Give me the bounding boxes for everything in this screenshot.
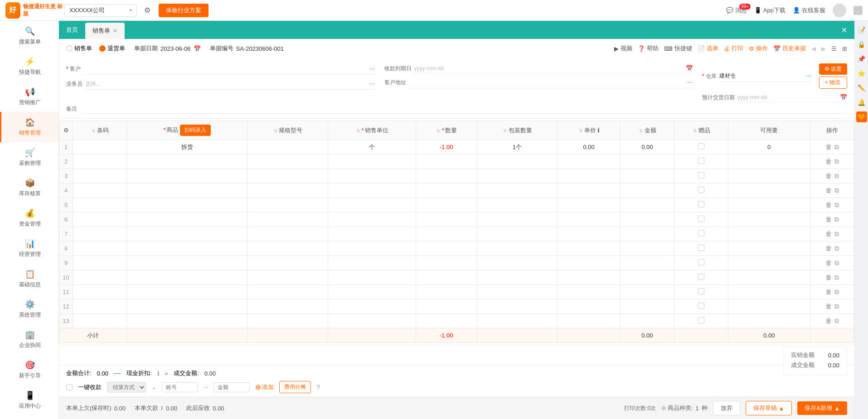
row-qty-5[interactable] <box>416 198 477 212</box>
row-barcode-6[interactable] <box>73 212 127 227</box>
row-delete-icon-9[interactable]: 🗑 <box>825 259 832 267</box>
content-close-button[interactable]: ✕ <box>834 21 854 39</box>
account-dots-btn[interactable]: ··· <box>204 384 208 390</box>
row-spec-11[interactable] <box>247 285 328 299</box>
sidebar-item-sales[interactable]: 🏠 销售管理 <box>0 112 58 142</box>
row-gift-12[interactable] <box>674 299 728 314</box>
row-unit-price-12[interactable] <box>558 299 620 314</box>
row-barcode-2[interactable] <box>73 154 127 169</box>
row-pkg-qty-12[interactable] <box>477 299 558 314</box>
row-copy-icon-12[interactable]: ⧉ <box>834 303 839 310</box>
tab-close-icon[interactable]: ✕ <box>113 28 117 34</box>
row-spec-4[interactable] <box>247 183 328 198</box>
row-qty-8[interactable] <box>416 241 477 256</box>
row-barcode-13[interactable] <box>73 314 127 328</box>
row-barcode-7[interactable] <box>73 227 127 241</box>
row-unit-8[interactable] <box>328 241 416 256</box>
discount-help-icon[interactable]: ℹ <box>157 370 160 377</box>
row-delete-icon-2[interactable]: 🗑 <box>825 158 832 165</box>
warehouse-input[interactable] <box>719 73 805 79</box>
sidebar-item-guide[interactable]: 🎯 新手引导 <box>0 355 58 385</box>
row-unit-price-2[interactable] <box>558 154 620 169</box>
row-product-2[interactable] <box>126 154 247 169</box>
row-unit-price-6[interactable] <box>558 212 620 227</box>
row-qty-7[interactable] <box>416 227 477 241</box>
right-sidebar-icon-1[interactable]: 📝 <box>856 24 867 35</box>
row-barcode-1[interactable] <box>73 140 127 154</box>
row-barcode-9[interactable] <box>73 256 127 270</box>
sidebar-item-inventory[interactable]: 📦 库存核算 <box>0 173 58 203</box>
row-unit-price-4[interactable] <box>558 183 620 198</box>
row-product-12[interactable] <box>126 299 247 314</box>
row-amount-3[interactable] <box>620 169 674 183</box>
due-date-calendar-icon[interactable]: 📅 <box>686 65 693 72</box>
row-spec-3[interactable] <box>247 169 328 183</box>
row-product-4[interactable] <box>126 183 247 198</box>
customer-address-dots-btn[interactable]: ··· <box>687 78 693 87</box>
action-help[interactable]: ❓ 帮助 <box>638 44 659 53</box>
row-copy-icon-7[interactable]: ⧉ <box>834 230 839 238</box>
row-gift-2[interactable] <box>674 154 728 169</box>
row-qty-6[interactable] <box>416 212 477 227</box>
row-qty-2[interactable] <box>416 154 477 169</box>
row-delete-icon-13[interactable]: 🗑 <box>825 317 832 325</box>
row-unit-3[interactable] <box>328 169 416 183</box>
row-unit-4[interactable] <box>328 183 416 198</box>
row-pkg-qty-7[interactable] <box>477 227 558 241</box>
row-unit-11[interactable] <box>328 285 416 299</box>
row-unit-7[interactable] <box>328 227 416 241</box>
row-qty-3[interactable] <box>416 169 477 183</box>
row-copy-icon-10[interactable]: ⧉ <box>834 274 839 281</box>
row-delete-icon-3[interactable]: 🗑 <box>825 172 832 180</box>
row-unit-price-11[interactable] <box>558 285 620 299</box>
row-copy-icon-11[interactable]: ⧉ <box>834 288 839 296</box>
row-gift-8[interactable] <box>674 241 728 256</box>
right-sidebar-icon-4[interactable]: ⭐ <box>856 68 867 79</box>
settlement-method-select[interactable]: 结算方式 <box>107 382 146 393</box>
grid-view-icon[interactable]: ⊞ <box>842 45 847 52</box>
row-gift-7[interactable] <box>674 227 728 241</box>
message-button[interactable]: 💬 消息 99+ <box>726 6 747 14</box>
trial-button[interactable]: 体验行业方案 <box>159 4 209 17</box>
row-spec-8[interactable] <box>247 241 328 256</box>
row-amount-7[interactable] <box>620 227 674 241</box>
row-spec-9[interactable] <box>247 256 328 270</box>
expense-split-button[interactable]: 费用分摊 <box>279 381 311 393</box>
row-product-11[interactable] <box>126 285 247 299</box>
row-qty-12[interactable] <box>416 299 477 314</box>
right-sidebar-icon-5[interactable]: ✏️ <box>856 82 867 93</box>
row-pkg-qty-1[interactable]: 1个 <box>477 140 558 154</box>
customer-input[interactable] <box>83 66 369 72</box>
row-amount-2[interactable] <box>620 154 674 169</box>
row-copy-icon-5[interactable]: ⧉ <box>834 201 839 209</box>
estimated-date-input[interactable] <box>737 94 840 101</box>
row-pkg-qty-4[interactable] <box>477 183 558 198</box>
row-unit-price-13[interactable] <box>558 314 620 328</box>
row-gift-4[interactable] <box>674 183 728 198</box>
row-delete-icon-6[interactable]: 🗑 <box>825 216 832 223</box>
row-unit-price-9[interactable] <box>558 256 620 270</box>
right-sidebar-icon-2[interactable]: 🔒 <box>856 39 867 50</box>
row-spec-5[interactable] <box>247 198 328 212</box>
company-selector[interactable]: XXXXXX公司 ▾ <box>64 4 137 17</box>
row-unit-price-7[interactable] <box>558 227 620 241</box>
row-pkg-qty-9[interactable] <box>477 256 558 270</box>
row-spec-6[interactable] <box>247 212 328 227</box>
row-pkg-qty-6[interactable] <box>477 212 558 227</box>
row-delete-icon-4[interactable]: 🗑 <box>825 187 832 194</box>
row-gift-1[interactable] <box>674 140 728 154</box>
sidebar-item-operations[interactable]: 📊 经营管理 <box>0 233 58 264</box>
row-pkg-qty-2[interactable] <box>477 154 558 169</box>
avatar-extra[interactable] <box>853 6 863 15</box>
salesperson-input[interactable] <box>85 81 369 87</box>
row-qty-11[interactable] <box>416 285 477 299</box>
sidebar-item-purchase[interactable]: 🛒 采购管理 <box>0 142 58 173</box>
action-history[interactable]: 📅 历史单据 <box>773 44 806 53</box>
row-amount-8[interactable] <box>620 241 674 256</box>
total-owed-help-icon[interactable]: ℹ <box>161 405 163 411</box>
sidebar-item-enterprise[interactable]: 🏢 企业协同 <box>0 324 58 355</box>
sidebar-item-system[interactable]: ⚙️ 系统管理 <box>0 294 58 324</box>
row-product-1[interactable]: 拆货 <box>126 140 247 154</box>
app-download-button[interactable]: 📱 App下载 <box>754 6 786 14</box>
row-spec-1[interactable] <box>247 140 328 154</box>
